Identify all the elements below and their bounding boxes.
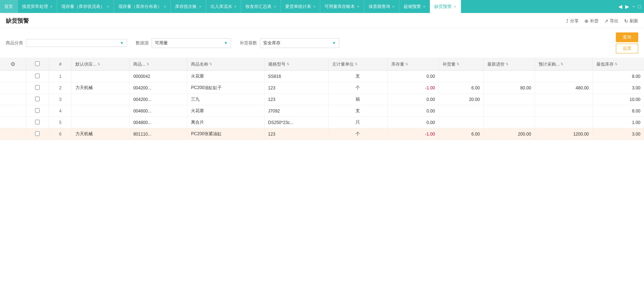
row-name-cell: PC200张紧油缸: [187, 128, 264, 140]
tab-close-inout-flow[interactable]: ×: [234, 4, 236, 9]
row-checkbox-1[interactable]: [35, 85, 40, 90]
row-checkbox-4[interactable]: [35, 120, 40, 124]
tab-item-available-ledger[interactable]: 可用量库存账本×: [320, 0, 364, 13]
row-latest_price-cell: [484, 105, 535, 117]
replenish-button[interactable]: ⊕ 补货: [584, 18, 599, 24]
row-check-cell: [26, 105, 49, 117]
row-checkbox-5[interactable]: [35, 131, 40, 136]
tab-item-expiry-query[interactable]: 保质期查询×: [364, 0, 399, 13]
tab-close-shortage-warning[interactable]: ×: [454, 4, 456, 9]
name-sort-icon: ⇅: [209, 62, 212, 66]
datasource-select[interactable]: 可用量 ▼: [152, 38, 231, 48]
tab-item-overstock-warning[interactable]: 超储预警×: [399, 0, 430, 13]
tab-close-inventory-dist[interactable]: ×: [164, 4, 166, 9]
tab-close-overstock-warning[interactable]: ×: [423, 4, 425, 9]
row-checkbox-2[interactable]: [35, 97, 40, 101]
tab-maximize-button[interactable]: □: [637, 0, 643, 13]
replenish-basis-filter-group: 补货基数 安全库存 ▼: [240, 38, 339, 48]
row-supplier-cell: [72, 117, 130, 128]
tab-close-expiry-query[interactable]: ×: [392, 4, 395, 9]
tab-navigation: ◀ ▶ − □: [615, 0, 644, 13]
code-sort-icon: ⇅: [147, 62, 149, 66]
row-min_stock-cell: 10.00: [593, 94, 644, 105]
replenish-basis-select[interactable]: 安全库存 ▼: [260, 38, 339, 48]
th-unit[interactable]: 主计量单位 ⇅: [328, 58, 387, 71]
th-spec[interactable]: 规格型号 ⇅: [264, 58, 328, 71]
tab-item-inventory-status[interactable]: 现存量（库存状况表）×: [57, 0, 114, 13]
tab-label-home: 首页: [4, 4, 13, 10]
category-dropdown-arrow-icon: ▼: [120, 41, 124, 45]
row-code-cell: 004600...: [130, 105, 187, 117]
th-code[interactable]: 商品... ⇅: [130, 58, 187, 71]
tab-label-inventory-dist: 现存量（库存分布表）: [118, 4, 162, 10]
tab-close-batch-account[interactable]: ×: [199, 4, 201, 9]
th-supplier[interactable]: 默认供应... ⇅: [72, 58, 130, 71]
row-supplier-cell: 力天机械: [72, 82, 130, 94]
row-code-cell: 004200...: [130, 94, 187, 105]
th-price[interactable]: 最新进价 ⇅: [484, 58, 535, 71]
th-minstock[interactable]: 最低库存 ⇅: [593, 58, 644, 71]
th-estimate[interactable]: 预计采购... ⇅: [535, 58, 593, 71]
row-stock-cell: 0.00: [387, 94, 439, 105]
select-all-checkbox[interactable]: [35, 61, 40, 66]
page-header: 缺货预警 ⤴ 分享 ⊕ 补货 ↗ 导出 ↻ 刷新: [0, 13, 644, 28]
settings-button[interactable]: 设置: [616, 44, 638, 53]
tab-minimize-button[interactable]: −: [631, 0, 636, 13]
query-button[interactable]: 查询: [616, 32, 638, 42]
row-num-cell: 3: [49, 94, 72, 105]
th-stock[interactable]: 库存量 ⇅: [387, 58, 439, 71]
row-spec-cell: SS816: [264, 71, 328, 82]
tab-close-available-ledger[interactable]: ×: [357, 4, 359, 9]
tab-item-inout-flow[interactable]: 出入库流水×: [206, 0, 241, 13]
th-name[interactable]: 商品名称 ⇅: [187, 58, 264, 71]
row-settings-cell: [0, 105, 26, 117]
row-settings-cell: [0, 128, 26, 140]
row-checkbox-3[interactable]: [35, 108, 40, 113]
tab-label-available-ledger: 可用量库存账本: [325, 4, 355, 10]
row-num-cell: 4: [49, 105, 72, 117]
row-spec-cell: 123: [264, 94, 328, 105]
row-latest_price-cell: [484, 71, 535, 82]
category-filter-group: 商品分类 ▼: [6, 39, 127, 47]
th-settings: ⚙: [0, 58, 26, 71]
row-checkbox-0[interactable]: [35, 74, 40, 78]
tab-prev-button[interactable]: ◀: [617, 0, 624, 13]
export-label: 导出: [610, 18, 618, 24]
filter-row: 商品分类 ▼ 数据源 可用量 ▼ 补货基数 安全库存 ▼ 查询 设置: [0, 28, 644, 58]
row-unit-cell: 箱: [328, 94, 387, 105]
table-row: 6力天机械801110...PC200张紧油缸123个-1.006.00200.…: [0, 128, 644, 140]
tab-item-home[interactable]: 首页: [0, 0, 18, 13]
row-min_stock-cell: 1.00: [593, 117, 644, 128]
row-unit-cell: 个: [328, 128, 387, 140]
tab-close-demand-stat[interactable]: ×: [313, 4, 316, 9]
tab-close-exception[interactable]: ×: [50, 4, 52, 9]
category-select[interactable]: ▼: [26, 39, 127, 47]
row-unit-cell: 支: [328, 105, 387, 117]
tab-next-button[interactable]: ▶: [624, 0, 631, 13]
tab-item-inventory-dist[interactable]: 现存量（库存分布表）×: [114, 0, 171, 13]
table-row: 2力天机械004200...PC200油缸缸子123个-1.006.0080.0…: [0, 82, 644, 94]
tab-close-inventory-status[interactable]: ×: [107, 4, 109, 9]
row-est_purchase-cell: [535, 117, 593, 128]
tab-item-demand-stat[interactable]: 要货单统计表×: [281, 0, 320, 13]
tab-item-exception[interactable]: 拣货异常处理×: [18, 0, 57, 13]
column-settings-button[interactable]: ⚙: [10, 61, 15, 67]
th-replenish[interactable]: 补货量 ⇅: [439, 58, 483, 71]
refresh-label: 刷新: [630, 18, 638, 24]
data-table: ⚙ # 默认供应... ⇅: [0, 58, 644, 140]
tab-item-shortage-warning[interactable]: 缺货预警×: [430, 0, 461, 13]
tab-item-batch-account[interactable]: 库存批次账×: [171, 0, 206, 13]
tab-label-collect-summary: 收发存汇总表: [245, 4, 271, 10]
row-code-cell: 801110...: [130, 128, 187, 140]
row-supplier-cell: 力天机械: [72, 128, 130, 140]
share-button[interactable]: ⤴ 分享: [566, 18, 579, 24]
tab-item-collect-summary[interactable]: 收发存汇总表×: [241, 0, 280, 13]
row-est_purchase-cell: [535, 105, 593, 117]
row-num-cell: 2: [49, 82, 72, 94]
export-button[interactable]: ↗ 导出: [604, 18, 618, 24]
category-label: 商品分类: [6, 40, 23, 46]
tab-close-collect-summary[interactable]: ×: [274, 4, 276, 9]
refresh-button[interactable]: ↻ 刷新: [624, 18, 638, 24]
row-settings-cell: [0, 71, 26, 82]
minstock-sort-icon: ⇅: [615, 62, 618, 66]
